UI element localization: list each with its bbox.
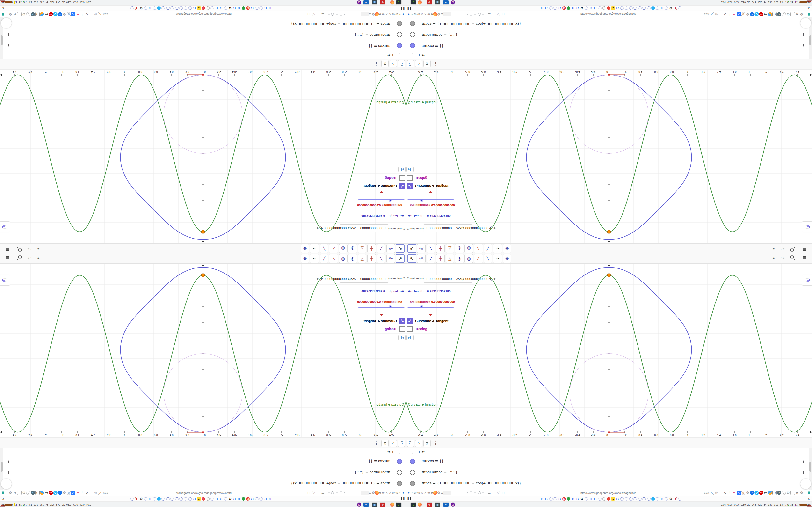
bookmark-gear-dark-icon[interactable]: ⚙ [139,497,143,501]
fx-button[interactable]: fx [415,440,422,447]
bookmark-google-icon[interactable]: G [215,6,218,10]
bookmark-flower-icon[interactable] [629,497,633,501]
bookmark-chat-icon[interactable] [157,497,161,501]
translate-icon[interactable]: A [710,12,714,16]
bookmark-flower-icon[interactable] [188,6,192,10]
bookmark-google-icon[interactable]: G [148,497,152,501]
dot-icon[interactable] [474,13,476,15]
bookmark-wiki-icon[interactable]: W [228,497,232,501]
arc-position-slider-thumb[interactable] [380,191,383,193]
tool-point[interactable]: •A [387,254,395,263]
forward-icon[interactable]: → [89,12,94,16]
bookmark-google-icon[interactable]: G [268,6,272,10]
tcp-red-icon[interactable]: TCP [49,491,53,495]
bookmark-google-icon[interactable]: G [571,6,575,10]
globe-icon[interactable]: ⚙ [22,12,26,16]
collapse-button[interactable]: − [412,53,415,56]
bookmark-google-icon[interactable]: G [250,497,254,501]
dot-icon[interactable] [336,13,338,15]
url-text[interactable]: https://www.geogebra.org/classic/aagcxh3… [580,12,636,16]
gear-icon[interactable]: ⚙ [800,12,804,16]
gear-icon[interactable]: ⚙ [62,12,66,16]
lock-icon[interactable]: ▢ [501,491,506,495]
tool-move-graphics-view[interactable]: ✥ [503,254,511,263]
taskbar-app-firefox[interactable] [390,502,394,507]
ud-shield-icon[interactable]: UD [31,491,35,495]
bookmark-google-icon[interactable]: G [545,6,548,10]
tool-move-graphics-view[interactable]: ✥ [503,244,511,253]
bookmark-f-red-icon[interactable]: f [135,497,139,501]
scrollbar-thumb[interactable] [1,462,3,471]
ud-shield-icon[interactable]: UD [31,12,35,16]
bookmark-gear-dark-icon[interactable]: ⚙ [669,6,673,10]
download-icon[interactable]: ↓ [727,491,732,494]
algebra-kebab-menu[interactable]: ⋮ [432,440,439,447]
bookmark-flower-icon[interactable] [629,6,633,10]
tree-view-button[interactable] [407,440,414,447]
dot-icon[interactable] [340,13,343,16]
bookmark-gear-dark-icon[interactable]: ⚙ [139,6,143,10]
bookmark-dotted-icon[interactable] [598,497,602,501]
ghost-slot-icon[interactable] [447,12,451,16]
bookmark-flower-icon[interactable] [585,497,588,501]
back-arrow-icon[interactable]: ← [492,12,496,16]
bookmark-info-icon[interactable]: i [603,6,606,10]
ghost-slot-icon[interactable] [447,491,451,495]
tool-circle-center-point[interactable]: ◎ [455,244,464,253]
chevron-up-icon[interactable]: ∧ [2,6,4,10]
tool-polygon[interactable]: △ [446,244,454,253]
shield-ring-icon[interactable]: ○ [26,491,31,495]
arc-position-slider-thumb[interactable] [429,191,432,193]
bookmark-google-icon[interactable]: G [250,6,254,10]
bookmark-flower-icon[interactable] [131,6,134,10]
taskbar-app-floppy64[interactable]: 64 [363,502,369,507]
zero-icon[interactable]: 0 [67,12,71,16]
dot-icon[interactable] [474,492,476,494]
star-icon[interactable]: ☆ [94,491,98,495]
dot-icon[interactable] [466,13,468,15]
bookmark-google-icon[interactable]: G [215,497,218,501]
bookmark-yandex-icon[interactable]: R [607,497,610,501]
visibility-swatch[interactable] [397,43,402,48]
bookmark-google-icon[interactable]: G [576,6,579,10]
globe-color-icon[interactable] [768,491,772,495]
bookmark-flower-icon[interactable] [665,497,668,501]
download-icon[interactable]: ↓ [80,491,85,494]
bookmark-flower-icon[interactable] [665,6,668,10]
bookmark-dotted-icon[interactable] [210,6,214,10]
trash-icon[interactable]: ▤ [763,12,768,16]
bookmark-google-icon[interactable]: G [219,6,223,10]
bookmark-google-icon[interactable]: G [616,497,619,501]
bookmark-dotted-icon[interactable] [553,497,557,501]
menu-icon[interactable]: ≡ [801,255,808,261]
fx-button[interactable]: fx [390,60,397,67]
reload-icon[interactable]: ↻ [723,12,727,16]
visibility-swatch[interactable] [410,470,415,475]
arc-length-slider-thumb[interactable] [420,305,423,308]
settings-gear-button[interactable]: ⚙ [382,60,389,67]
shield-icon[interactable]: ♡ [496,491,501,495]
bookmark-flower-icon[interactable] [179,497,183,501]
visibility-swatch[interactable] [397,470,402,475]
undo-button[interactable]: ↶ [34,256,41,262]
gear-icon[interactable]: ⚙ [746,12,750,16]
tool-angle[interactable]: ∠ [329,244,338,253]
tool-move-graphics-view[interactable]: ✥ [301,254,309,263]
undo-button[interactable]: ↶ [771,245,778,251]
orange-point[interactable] [201,230,205,233]
tool-line[interactable]: ╱ [377,244,386,253]
lock-icon[interactable]: ▢ [501,12,506,16]
tool-angle[interactable]: ∠ [329,254,338,263]
taskbar-app-monitor[interactable]: ▣ [435,0,440,5]
tool-reflect[interactable]: ╲ [320,244,328,253]
row-kebab-menu[interactable]: ⋮ [802,32,805,37]
back-arrow-icon[interactable]: ← [492,491,496,495]
bookmark-image-icon[interactable]: ▲ [611,6,615,10]
menu-icon[interactable]: ≡ [4,246,11,252]
bookmark-google-icon[interactable]: G [545,497,548,501]
bookmark-flower-icon[interactable] [656,6,659,10]
bookmark-google-icon[interactable]: G [660,497,664,501]
shield-u-icon[interactable]: U [53,491,57,495]
bookmark-info-icon[interactable]: i [603,497,606,501]
tcp-red-icon[interactable]: TCP [759,12,763,16]
